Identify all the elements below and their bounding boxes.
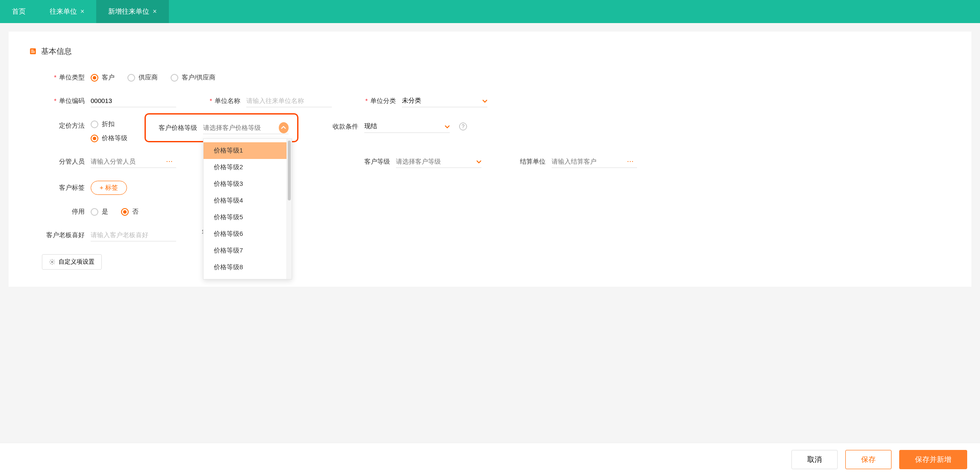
radio-yes[interactable]: 是: [91, 208, 108, 216]
radio-icon: [171, 74, 178, 82]
select-unit-category[interactable]: [402, 94, 487, 107]
radio-group-pricing: 折扣 价格等级: [91, 120, 127, 142]
radio-icon: [91, 120, 98, 128]
dropdown-item[interactable]: 价格等级7: [204, 242, 286, 259]
select-payment-terms[interactable]: [364, 120, 450, 133]
chevron-down-icon: [476, 158, 481, 165]
save-button[interactable]: 保存: [845, 450, 891, 469]
chevron-down-icon: [445, 123, 450, 130]
input-settlement-unit[interactable]: ⋯: [552, 155, 637, 168]
radio-icon: [91, 135, 98, 142]
svg-point-4: [51, 261, 53, 263]
radio-no[interactable]: 否: [121, 208, 139, 216]
more-icon[interactable]: ⋯: [624, 157, 637, 165]
select-price-level[interactable]: 价格等级1 价格等级2 价格等级3 价格等级4 价格等级5 价格等级6 价格等级…: [203, 121, 289, 134]
tab-add-unit[interactable]: 新增往来单位 ×: [96, 0, 168, 23]
radio-both[interactable]: 客户/供应商: [171, 73, 215, 82]
custom-fields-button[interactable]: 自定义项设置: [42, 254, 102, 270]
radio-group-unit-type: 客户 供应商 客户/供应商: [91, 73, 215, 82]
label-boss-pref: 客户老板喜好: [42, 231, 85, 239]
more-icon[interactable]: ⋯: [163, 157, 176, 165]
footer-actions: 取消 保存 保存并新增: [0, 443, 980, 476]
radio-icon: [91, 208, 98, 216]
chevron-down-icon: [482, 97, 487, 104]
scrollbar-thumb[interactable]: [288, 141, 291, 200]
dropdown-item[interactable]: 价格等级8: [204, 259, 286, 276]
chevron-up-icon: [279, 122, 289, 133]
svg-rect-1: [31, 50, 34, 50]
label-customer-tag: 客户标签: [42, 184, 85, 192]
radio-icon: [127, 74, 135, 82]
label-customer-level: 客户等级: [347, 158, 390, 166]
close-icon[interactable]: ×: [80, 8, 84, 15]
tab-label: 首页: [12, 7, 26, 16]
radio-icon: [121, 208, 129, 216]
dropdown-item[interactable]: 价格等级6: [204, 226, 286, 242]
dropdown-item[interactable]: 价格等级2: [204, 159, 286, 176]
input-unit-code[interactable]: [91, 94, 176, 107]
tab-bar: 首页 往来单位 × 新增往来单位 ×: [0, 0, 980, 23]
input-boss-pref[interactable]: [91, 229, 176, 241]
radio-icon: [91, 74, 98, 82]
radio-discount[interactable]: 折扣: [91, 120, 115, 128]
label-unit-type: 单位类型: [42, 73, 85, 82]
dropdown-item[interactable]: 价格等级4: [204, 192, 286, 209]
tab-home[interactable]: 首页: [0, 0, 38, 23]
input-manager[interactable]: ⋯: [91, 155, 176, 168]
scrollbar[interactable]: [286, 139, 292, 279]
add-tag-button[interactable]: + 标签: [91, 181, 127, 195]
label-unit-category: 单位分类: [353, 97, 396, 105]
dropdown-price-level: 价格等级1 价格等级2 价格等级3 价格等级4 价格等级5 价格等级6 价格等级…: [203, 138, 292, 279]
radio-group-disabled: 是 否: [91, 208, 139, 216]
input-unit-name[interactable]: [246, 94, 332, 107]
tab-label: 新增往来单位: [108, 7, 149, 16]
radio-supplier[interactable]: 供应商: [127, 73, 158, 82]
label-manager: 分管人员: [42, 158, 85, 166]
page-content: 基本信息 单位类型 客户 供应商 客户/供应商 单位编码 单位名称: [9, 32, 971, 287]
section-title: 基本信息: [29, 46, 951, 56]
help-icon[interactable]: ?: [459, 123, 467, 130]
cancel-button[interactable]: 取消: [791, 450, 838, 469]
label-settlement-unit: 结算单位: [503, 158, 546, 166]
label-disabled: 停用: [42, 208, 85, 216]
label-payment-terms: 收款条件: [316, 123, 358, 131]
label-price-level: 客户价格等级: [154, 124, 197, 132]
radio-price-level[interactable]: 价格等级: [91, 134, 127, 142]
gear-icon: [49, 259, 55, 265]
label-unit-name: 单位名称: [198, 97, 240, 105]
form-icon: [29, 47, 37, 55]
tab-units[interactable]: 往来单位 ×: [38, 0, 96, 23]
save-and-new-button[interactable]: 保存并新增: [899, 450, 967, 469]
close-icon[interactable]: ×: [153, 8, 156, 15]
tab-label: 往来单位: [50, 7, 77, 16]
svg-rect-2: [31, 51, 35, 52]
dropdown-item[interactable]: 价格等级1: [204, 142, 286, 159]
label-unit-code: 单位编码: [42, 97, 85, 105]
select-customer-level[interactable]: [396, 155, 481, 168]
svg-rect-3: [31, 52, 35, 53]
radio-customer[interactable]: 客户: [91, 73, 115, 82]
label-pricing-method: 定价方法: [42, 120, 85, 130]
dropdown-item[interactable]: 价格等级3: [204, 176, 286, 192]
dropdown-item[interactable]: 价格等级5: [204, 209, 286, 226]
